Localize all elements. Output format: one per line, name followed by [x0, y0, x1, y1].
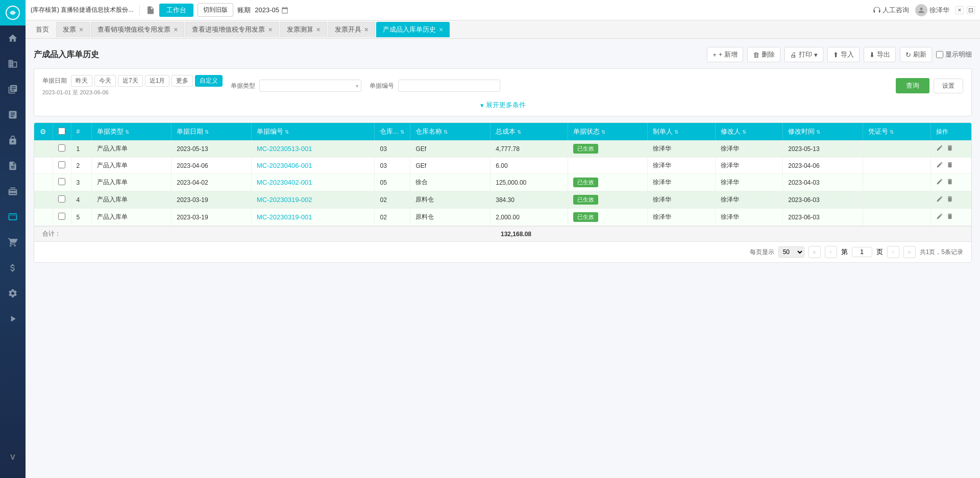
sidebar-item-version[interactable]: V [0, 444, 26, 470]
row-checkbox-3[interactable] [58, 195, 65, 203]
window-maximize-btn[interactable]: ⊡ [967, 6, 975, 14]
new-button[interactable]: + + 新增 [707, 47, 743, 62]
th-creator[interactable]: 制单人 ⇅ [648, 123, 715, 140]
tab-sales-vat-close[interactable]: × [174, 26, 178, 34]
th-settings[interactable]: ⚙ [34, 123, 53, 140]
window-close-btn[interactable]: × [955, 6, 964, 14]
row-checkbox-2[interactable] [58, 178, 65, 185]
row-checkbox-0[interactable] [58, 144, 65, 152]
print-button[interactable]: 🖨 打印 ▾ [785, 47, 823, 62]
sidebar-item-player[interactable] [0, 306, 26, 332]
row-edit-btn[interactable] [936, 178, 943, 187]
tab-calc-close[interactable]: × [316, 26, 321, 34]
tab-issue-close[interactable]: × [364, 26, 369, 34]
sidebar-item-settings[interactable] [0, 281, 26, 306]
doc-number-link[interactable]: MC-20230402-001 [257, 179, 312, 186]
sidebar-item-chart[interactable] [0, 102, 26, 128]
doc-number-link[interactable]: MC-20230319-002 [257, 196, 312, 204]
date-btn-1month[interactable]: 近1月 [145, 75, 170, 87]
refresh-button[interactable]: ↻ 刷新 [900, 47, 932, 62]
set-button[interactable]: 设置 [934, 79, 963, 93]
th-modify-time[interactable]: 修改时间 ⇅ [783, 123, 863, 140]
sidebar-item-home[interactable] [0, 26, 26, 51]
tab-sales-vat[interactable]: 查看销项增值税专用发票 × [91, 22, 184, 37]
row-delete-btn[interactable] [946, 213, 953, 221]
calendar-icon[interactable] [281, 7, 288, 14]
tab-product-in-close[interactable]: × [439, 26, 443, 34]
cell-number[interactable]: MC-20230402-001 [252, 174, 375, 191]
th-voucher[interactable]: 凭证号 ⇅ [863, 123, 930, 140]
date-btn-custom[interactable]: 自定义 [195, 75, 223, 87]
prev-page-btn[interactable]: ‹ [825, 246, 837, 258]
sidebar-item-org[interactable] [0, 51, 26, 77]
tab-invoice[interactable]: 发票 × [56, 22, 90, 37]
doc-number-link[interactable]: MC-20230319-001 [257, 213, 312, 221]
query-button[interactable]: 查询 [896, 78, 929, 93]
date-btn-more[interactable]: 更多 [172, 75, 193, 87]
number-filter-input[interactable] [398, 80, 500, 92]
tab-input-vat[interactable]: 查看进项增值税专用发票 × [185, 22, 279, 37]
th-date[interactable]: 单据日期 ⇅ [172, 123, 252, 140]
page-size-select[interactable]: 50 100 200 [778, 246, 804, 258]
row-delete-btn[interactable] [946, 178, 953, 187]
type-select[interactable] [259, 80, 361, 92]
th-modifier[interactable]: 修改人 ⇅ [715, 123, 782, 140]
last-page-btn[interactable]: » [903, 246, 916, 258]
tab-issue[interactable]: 发票开具 × [328, 22, 375, 37]
export-button[interactable]: ⬇ 导出 [864, 47, 896, 62]
date-btn-7days[interactable]: 近7天 [118, 75, 143, 87]
table-row[interactable]: 4 产品入库单 2023-03-19 MC-20230319-002 02 原料… [34, 191, 971, 209]
user-item[interactable]: 徐泽华 [915, 4, 949, 16]
row-edit-btn[interactable] [936, 144, 943, 153]
date-btn-today[interactable]: 今天 [94, 75, 116, 87]
page-input[interactable] [852, 247, 872, 257]
sidebar-item-ledger[interactable] [0, 77, 26, 102]
cell-number[interactable]: MC-20230319-001 [252, 209, 375, 226]
table-row[interactable]: 5 产品入库单 2023-03-19 MC-20230319-001 02 原料… [34, 209, 971, 226]
select-all-checkbox[interactable] [58, 128, 65, 135]
sidebar-item-voucher[interactable] [0, 153, 26, 179]
cell-number[interactable]: MC-20230406-001 [252, 158, 375, 174]
doc-number-link[interactable]: MC-20230513-001 [257, 145, 312, 153]
th-total-cost[interactable]: 总成本 ⇅ [491, 123, 568, 140]
th-warehouse-name[interactable]: 仓库名称 ⇅ [410, 123, 491, 140]
tab-input-vat-close[interactable]: × [268, 26, 272, 34]
doc-number-link[interactable]: MC-20230406-001 [257, 162, 312, 169]
th-type[interactable]: 单据类型 ⇅ [91, 123, 172, 140]
table-row[interactable]: 3 产品入库单 2023-04-02 MC-20230402-001 05 徐合… [34, 174, 971, 191]
tab-calc[interactable]: 发票测算 × [280, 22, 327, 37]
row-edit-btn[interactable] [936, 161, 943, 170]
sidebar-item-inventory[interactable] [0, 204, 26, 230]
row-delete-btn[interactable] [946, 144, 953, 153]
row-delete-btn[interactable] [946, 195, 953, 204]
tab-product-in[interactable]: 产成品入库单历史 × [376, 22, 450, 37]
sidebar-item-salary[interactable] [0, 255, 26, 281]
support-item[interactable]: 人工咨询 [873, 6, 909, 15]
import-button[interactable]: ⬆ 导入 [827, 47, 860, 62]
first-page-btn[interactable]: « [808, 246, 821, 258]
row-edit-btn[interactable] [936, 213, 943, 221]
workspace-button[interactable]: 工作台 [159, 4, 193, 17]
row-edit-btn[interactable] [936, 195, 943, 204]
next-page-btn[interactable]: › [887, 246, 899, 258]
tab-home[interactable]: 首页 [30, 22, 55, 37]
cell-number[interactable]: MC-20230319-002 [252, 191, 375, 209]
table-row[interactable]: 2 产品入库单 2023-04-06 MC-20230406-001 03 GE… [34, 158, 971, 174]
delete-button[interactable]: 🗑 删除 [747, 47, 780, 62]
app-logo[interactable] [0, 0, 26, 26]
sidebar-item-asset[interactable] [0, 179, 26, 204]
table-row[interactable]: 1 产品入库单 2023-05-13 MC-20230513-001 03 GE… [34, 140, 971, 158]
date-btn-yesterday[interactable]: 昨天 [71, 75, 92, 87]
th-number[interactable]: 单据编号 ⇅ [252, 123, 375, 140]
old-version-button[interactable]: 切到旧版 [198, 3, 233, 17]
row-checkbox-1[interactable] [58, 161, 65, 168]
sidebar-item-purchase[interactable] [0, 230, 26, 255]
show-detail-checkbox[interactable] [936, 51, 943, 58]
company-name[interactable]: (库存核算) 直播轻捷通信息技术股份... [31, 6, 133, 14]
sidebar-item-tax[interactable] [0, 128, 26, 153]
row-delete-btn[interactable] [946, 161, 953, 170]
row-checkbox-4[interactable] [58, 213, 65, 220]
th-warehouse-code[interactable]: 仓库... ⇅ [375, 123, 410, 140]
tab-invoice-close[interactable]: × [79, 26, 83, 34]
expand-button[interactable]: ▾ 展开更多条件 [480, 100, 526, 110]
